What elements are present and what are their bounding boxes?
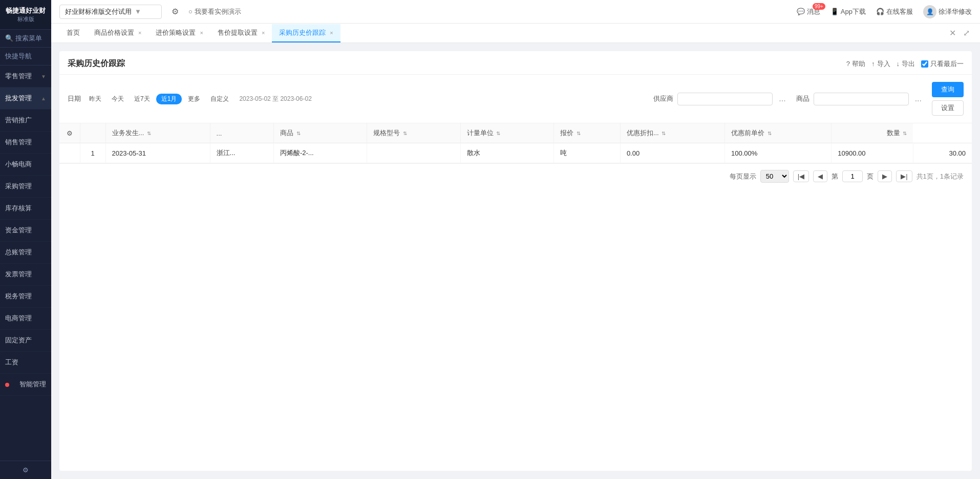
tab-purchase-strategy[interactable]: 进价策略设置 × — [148, 24, 210, 42]
product-input[interactable] — [814, 93, 909, 105]
sidebar-item-general-ledger[interactable]: 总账管理 — [0, 242, 51, 264]
messages-button[interactable]: 💬 消息 99+ — [797, 7, 820, 16]
col-spec-header[interactable]: 规格型号 ⇅ — [367, 123, 460, 143]
col-more-header[interactable]: ... — [210, 123, 273, 143]
page-prev-button[interactable]: ◀ — [813, 170, 827, 182]
tab-sale-extract[interactable]: 售价提取设置 × — [210, 24, 272, 42]
sidebar-search[interactable]: 🔍 搜索菜单 — [0, 30, 51, 48]
export-button[interactable]: ↓ 导出 — [897, 59, 915, 69]
page-next-button[interactable]: ▶ — [878, 170, 892, 182]
supplier-dots[interactable]: ... — [777, 94, 787, 103]
sidebar-item-retail[interactable]: 零售管理 ▼ — [0, 66, 51, 88]
tab-sale-extract-close[interactable]: × — [262, 30, 265, 36]
col-discount-header[interactable]: 优惠折扣... ⇅ — [620, 123, 725, 143]
col-product-label: 商品 — [280, 129, 293, 137]
product-selector[interactable]: 好业财标准版交付试用 ▼ — [59, 5, 162, 19]
sidebar-item-smart[interactable]: 智能管理 — [0, 374, 51, 396]
tab-price-close[interactable]: × — [138, 30, 141, 36]
avatar: 👤 — [923, 5, 936, 18]
sidebar-item-wholesale[interactable]: 批发管理 ▲ — [0, 88, 51, 110]
sidebar-item-fixed-assets[interactable]: 固定资产 — [0, 330, 51, 352]
user-name: 徐泽华修改 — [939, 7, 972, 16]
date-btn-yesterday[interactable]: 昨天 — [85, 94, 105, 104]
quick-nav-label: 快捷导航 — [5, 52, 32, 60]
supplier-input[interactable] — [677, 93, 773, 105]
date-btn-1month[interactable]: 近1月 — [156, 94, 182, 104]
sidebar-item-ecommerce[interactable]: 电商管理 — [0, 308, 51, 330]
tab-price-label: 商品价格设置 — [94, 28, 134, 37]
col-quote-label: 报价 — [560, 129, 573, 137]
sidebar-gear-button[interactable]: ⚙ — [0, 461, 51, 479]
import-button[interactable]: ↑ 导入 — [871, 59, 890, 69]
col-date-header[interactable]: 业务发生... ⇅ — [105, 123, 210, 143]
sidebar-item-sales[interactable]: 销售管理 — [0, 132, 51, 154]
row-gear[interactable] — [59, 143, 80, 163]
table-row: 1 2023-05-31 浙江... 丙烯酸-2-... 散水 吨 0.00 1… — [59, 143, 972, 163]
sidebar-item-finance[interactable]: 资金管理 — [0, 220, 51, 242]
filter-settings-button[interactable]: 设置 — [932, 100, 964, 116]
tab-home[interactable]: 首页 — [59, 24, 87, 42]
date-btn-more[interactable]: 更多 — [184, 94, 204, 104]
filter-row-supplier: 供应商 ... — [653, 93, 787, 105]
demo-link[interactable]: ○ 我要看实例演示 — [188, 7, 241, 16]
logo-title: 畅捷通好业财 — [4, 6, 47, 15]
sidebar-item-small-ecommerce[interactable]: 小畅电商 — [0, 154, 51, 176]
expand-icon[interactable]: ⤢ — [961, 28, 972, 38]
page-last-button[interactable]: ▶| — [896, 170, 912, 182]
date-btn-custom[interactable]: 自定义 — [206, 94, 233, 104]
col-gear-header[interactable]: ⚙ — [59, 123, 80, 143]
col-unit-header[interactable]: 计量单位 ⇅ — [460, 123, 553, 143]
col-quote-header[interactable]: 报价 ⇅ — [553, 123, 620, 143]
row-date: 2023-05-31 — [105, 143, 210, 163]
help-button[interactable]: ? 帮助 — [846, 59, 865, 69]
user-info[interactable]: 👤 徐泽华修改 — [923, 5, 972, 18]
tab-history-track-close[interactable]: × — [330, 30, 333, 36]
app-download-button[interactable]: 📱 App下载 — [830, 7, 866, 16]
per-page-select[interactable]: 50 100 200 — [760, 170, 789, 183]
date-filter-label: 日期 — [68, 94, 81, 103]
page-input[interactable] — [842, 170, 863, 182]
tab-purchase-strategy-close[interactable]: × — [200, 30, 203, 36]
last-only-checkbox[interactable] — [921, 60, 928, 68]
sidebar-item-inventory[interactable]: 库存核算 — [0, 198, 51, 220]
sort-icon: ⇅ — [903, 130, 907, 136]
topbar-settings-button[interactable]: ⚙ — [168, 5, 182, 19]
sidebar-item-purchase[interactable]: 采购管理 — [0, 176, 51, 198]
sidebar-item-marketing[interactable]: 营销推广 — [0, 110, 51, 132]
sidebar-quick-nav[interactable]: 快捷导航 — [0, 48, 51, 66]
row-quantity: 30.00 — [913, 143, 972, 163]
sidebar-item-tax[interactable]: 税务管理 — [0, 286, 51, 308]
sidebar-item-payroll[interactable]: 工资 — [0, 352, 51, 374]
online-service-button[interactable]: 🎧 在线客服 — [876, 7, 913, 16]
logo-subtitle: 标准版 — [4, 15, 47, 23]
col-spec-label: 规格型号 — [373, 129, 400, 137]
online-service-label: 在线客服 — [886, 7, 913, 16]
col-quantity-header[interactable]: 数量 ⇅ — [832, 123, 913, 143]
sidebar-item-invoice[interactable]: 发票管理 — [0, 264, 51, 286]
page-actions: ? 帮助 ↑ 导入 ↓ 导出 只看最后一 — [846, 59, 964, 69]
tab-price[interactable]: 商品价格设置 × — [87, 24, 148, 42]
sort-icon: ⇅ — [662, 130, 666, 136]
close-tab-icon[interactable]: ✕ — [947, 28, 958, 38]
page-first-button[interactable]: |◀ — [793, 170, 809, 182]
col-prediscount-header[interactable]: 优惠前单价 ⇅ — [725, 123, 831, 143]
date-btn-today[interactable]: 今天 — [108, 94, 128, 104]
date-btn-7days[interactable]: 近7天 — [130, 94, 154, 104]
data-table-wrapper: ⚙ 业务发生... ⇅ ... 商品 ⇅ — [59, 123, 972, 163]
query-button[interactable]: 查询 — [932, 82, 964, 97]
app-download-label: App下载 — [841, 7, 866, 16]
tab-history-track[interactable]: 采购历史价跟踪 × — [272, 24, 340, 42]
page-card: 采购历史价跟踪 ? 帮助 ↑ 导入 ↓ 导出 — [59, 51, 972, 471]
last-only-checkbox-label[interactable]: 只看最后一 — [921, 59, 964, 69]
col-product-header[interactable]: 商品 ⇅ — [273, 123, 367, 143]
product-label: 商品 — [796, 94, 809, 103]
total-info: 共1页，1条记录 — [917, 172, 964, 181]
topbar: 好业财标准版交付试用 ▼ ⚙ ○ 我要看实例演示 💬 消息 99+ 📱 App下… — [51, 0, 980, 24]
filter-row-product: 商品 ... — [796, 93, 924, 105]
logo: 畅捷通好业财 标准版 — [0, 0, 51, 30]
sidebar-item-label: 零售管理 — [5, 72, 32, 81]
messages-badge: 99+ — [813, 3, 825, 10]
sidebar-item-label: 发票管理 — [5, 270, 32, 279]
question-icon: ? — [846, 60, 850, 68]
product-dots[interactable]: ... — [913, 94, 924, 103]
